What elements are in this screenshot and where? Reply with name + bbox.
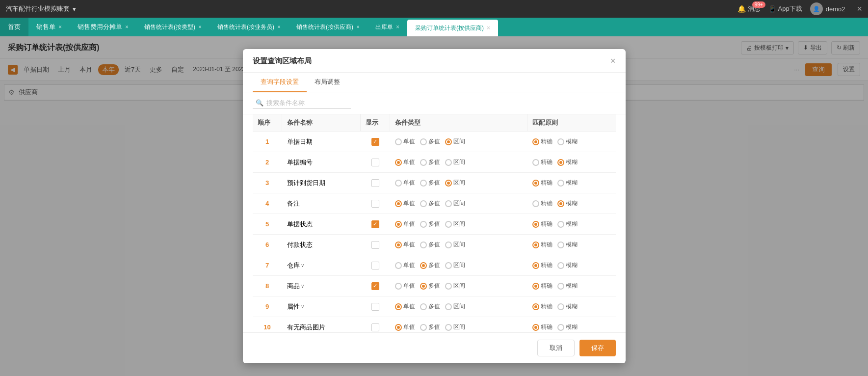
checkbox-checked[interactable] bbox=[371, 282, 379, 290]
radio-match-checked[interactable] bbox=[557, 200, 564, 207]
radio-type-单值-7[interactable]: 单值 bbox=[395, 282, 415, 290]
radio-match-checked[interactable] bbox=[532, 180, 539, 187]
radio-type-多值-1[interactable]: 多值 bbox=[420, 158, 440, 166]
avatar[interactable]: 👤 bbox=[810, 2, 823, 15]
radio-match-模糊-8[interactable]: 模糊 bbox=[557, 302, 578, 311]
radio-type-多值-9[interactable]: 多值 bbox=[420, 323, 440, 331]
radio-match-模糊-5[interactable]: 模糊 bbox=[557, 241, 578, 249]
radio-match-精确-1[interactable]: 精确 bbox=[532, 158, 552, 166]
row-checkbox-6[interactable] bbox=[361, 259, 390, 272]
nav-tab-sales-supplier[interactable]: 销售统计表(按供应商) × bbox=[289, 18, 368, 36]
radio-type-单值-5[interactable]: 单值 bbox=[395, 241, 415, 249]
row-dropdown-icon-7[interactable]: ∨ bbox=[301, 283, 304, 289]
radio-checked[interactable] bbox=[395, 303, 402, 310]
radio-type-区间-7[interactable]: 区间 bbox=[445, 282, 465, 290]
radio-match-精确-9[interactable]: 精确 bbox=[532, 323, 552, 331]
row-checkbox-4[interactable] bbox=[361, 217, 390, 231]
radio-match-unchecked[interactable] bbox=[532, 159, 539, 166]
radio-unchecked[interactable] bbox=[445, 159, 452, 166]
checkbox-unchecked[interactable] bbox=[371, 200, 379, 208]
radio-checked[interactable] bbox=[420, 283, 427, 290]
row-checkbox-1[interactable] bbox=[361, 156, 390, 169]
radio-match-unchecked[interactable] bbox=[557, 283, 564, 290]
radio-type-多值-3[interactable]: 多值 bbox=[420, 199, 440, 208]
radio-match-checked[interactable] bbox=[532, 262, 539, 269]
radio-match-checked[interactable] bbox=[532, 303, 539, 310]
radio-match-unchecked[interactable] bbox=[557, 221, 564, 228]
notification-section[interactable]: 🔔 消息 99+ bbox=[737, 4, 761, 13]
radio-type-单值-0[interactable]: 单值 bbox=[395, 137, 415, 146]
dialog-close-button[interactable]: × bbox=[610, 56, 616, 66]
radio-match-checked[interactable] bbox=[532, 221, 539, 228]
nav-tab-sales-expense[interactable]: 销售费用分摊单 × bbox=[70, 18, 136, 36]
radio-type-多值-0[interactable]: 多值 bbox=[420, 137, 440, 146]
radio-match-精确-0[interactable]: 精确 bbox=[532, 137, 552, 146]
radio-match-unchecked[interactable] bbox=[557, 262, 564, 269]
radio-type-多值-5[interactable]: 多值 bbox=[420, 241, 440, 249]
radio-checked[interactable] bbox=[445, 138, 452, 145]
row-checkbox-7[interactable] bbox=[361, 279, 390, 293]
tab-close-sales[interactable]: × bbox=[58, 24, 62, 30]
radio-type-区间-5[interactable]: 区间 bbox=[445, 241, 465, 249]
radio-unchecked[interactable] bbox=[445, 221, 452, 228]
nav-tab-sales[interactable]: 销售单 × bbox=[28, 18, 70, 36]
radio-unchecked[interactable] bbox=[445, 200, 452, 207]
radio-match-checked[interactable] bbox=[532, 242, 539, 248]
radio-checked[interactable] bbox=[445, 180, 452, 187]
radio-match-unchecked[interactable] bbox=[532, 200, 539, 207]
radio-match-checked[interactable] bbox=[532, 283, 539, 290]
radio-match-精确-4[interactable]: 精确 bbox=[532, 220, 552, 228]
row-checkbox-9[interactable] bbox=[361, 321, 390, 333]
radio-match-模糊-2[interactable]: 模糊 bbox=[557, 179, 578, 187]
checkbox-unchecked[interactable] bbox=[371, 303, 379, 311]
nav-tab-home[interactable]: 首页 bbox=[0, 18, 28, 36]
radio-type-区间-6[interactable]: 区间 bbox=[445, 261, 465, 269]
radio-type-多值-2[interactable]: 多值 bbox=[420, 179, 440, 187]
radio-match-checked[interactable] bbox=[532, 324, 539, 331]
radio-type-单值-2[interactable]: 单值 bbox=[395, 179, 415, 187]
radio-type-单值-6[interactable]: 单值 bbox=[395, 261, 415, 269]
radio-unchecked[interactable] bbox=[420, 324, 427, 331]
radio-unchecked[interactable] bbox=[420, 221, 427, 228]
radio-match-精确-5[interactable]: 精确 bbox=[532, 241, 552, 249]
radio-unchecked[interactable] bbox=[420, 200, 427, 207]
tab-close-sales-expense[interactable]: × bbox=[125, 24, 129, 30]
tab-close-purchase[interactable]: × bbox=[487, 25, 490, 31]
radio-match-unchecked[interactable] bbox=[557, 324, 564, 331]
dialog-tab-layout[interactable]: 布局调整 bbox=[307, 73, 348, 92]
row-checkbox-0[interactable] bbox=[361, 135, 390, 149]
radio-match-模糊-7[interactable]: 模糊 bbox=[557, 282, 578, 290]
radio-type-多值-6[interactable]: 多值 bbox=[420, 261, 440, 269]
row-checkbox-2[interactable] bbox=[361, 176, 390, 190]
radio-type-区间-9[interactable]: 区间 bbox=[445, 323, 465, 331]
radio-unchecked[interactable] bbox=[395, 262, 402, 269]
radio-checked[interactable] bbox=[395, 200, 402, 207]
radio-match-精确-2[interactable]: 精确 bbox=[532, 179, 552, 187]
radio-match-模糊-6[interactable]: 模糊 bbox=[557, 261, 578, 269]
radio-unchecked[interactable] bbox=[395, 138, 402, 145]
close-icon[interactable]: × bbox=[857, 4, 862, 14]
app-dropdown-icon[interactable]: ▾ bbox=[73, 5, 76, 13]
radio-type-多值-4[interactable]: 多值 bbox=[420, 220, 440, 228]
checkbox-unchecked[interactable] bbox=[371, 159, 379, 166]
cancel-button[interactable]: 取消 bbox=[537, 340, 575, 356]
radio-type-区间-0[interactable]: 区间 bbox=[445, 137, 465, 146]
radio-unchecked[interactable] bbox=[420, 303, 427, 310]
radio-unchecked[interactable] bbox=[420, 159, 427, 166]
radio-match-checked[interactable] bbox=[557, 159, 564, 166]
radio-checked[interactable] bbox=[395, 221, 402, 228]
radio-unchecked[interactable] bbox=[395, 180, 402, 187]
radio-match-unchecked[interactable] bbox=[557, 180, 564, 187]
save-button[interactable]: 保存 bbox=[579, 340, 616, 356]
radio-match-精确-6[interactable]: 精确 bbox=[532, 261, 552, 269]
radio-type-区间-3[interactable]: 区间 bbox=[445, 199, 465, 208]
checkbox-checked[interactable] bbox=[371, 220, 379, 228]
radio-match-checked[interactable] bbox=[532, 138, 539, 145]
radio-checked[interactable] bbox=[395, 242, 402, 248]
radio-type-区间-1[interactable]: 区间 bbox=[445, 158, 465, 166]
radio-unchecked[interactable] bbox=[420, 242, 427, 248]
search-input[interactable] bbox=[266, 99, 345, 107]
checkbox-unchecked[interactable] bbox=[371, 262, 379, 269]
row-dropdown-icon-8[interactable]: ∨ bbox=[301, 304, 304, 309]
radio-type-单值-9[interactable]: 单值 bbox=[395, 323, 415, 331]
